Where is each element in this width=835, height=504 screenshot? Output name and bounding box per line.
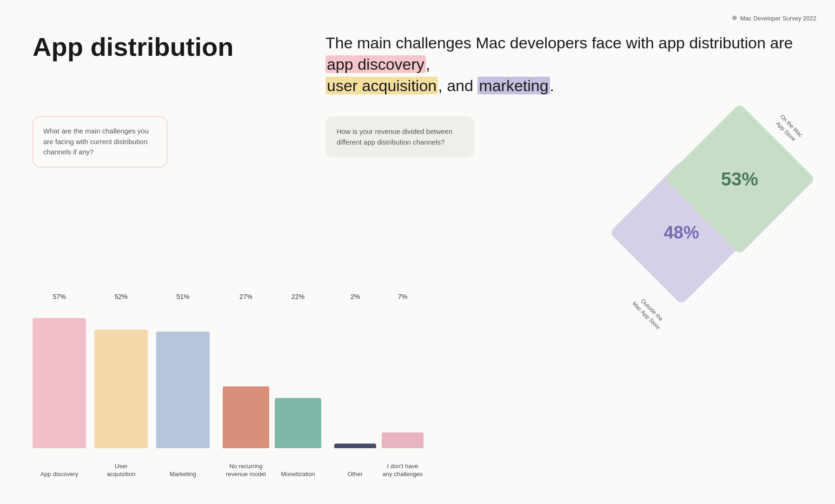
- bar-label-3: No recurringrevenue model: [220, 462, 272, 478]
- bar-label-2: Marketing: [154, 470, 212, 478]
- diamond-chart: 48% 53% On the Mac App Store Outside the…: [616, 116, 812, 325]
- bar-rect-0: [33, 318, 86, 448]
- diamond-mac-store-pct: 53%: [721, 169, 758, 190]
- bar-group-5: 2%Other: [334, 304, 376, 448]
- headline-suffix: .: [550, 77, 554, 94]
- headline-mid1: ,: [426, 55, 430, 73]
- diamond-mac-store-inner: 53%: [721, 169, 758, 190]
- bar-rect-3: [223, 386, 269, 448]
- bar-chart: 57%App discovery52%Useracquisition51%Mar…: [33, 290, 437, 448]
- headline-text: The main challenges Mac developers face …: [325, 33, 807, 97]
- logo-icon: ❖: [731, 14, 737, 22]
- diamond-outside-inner: 48%: [664, 223, 699, 243]
- highlight-app-discovery: app discovery: [325, 55, 426, 73]
- bar-pct-3: 27%: [239, 293, 252, 300]
- bar-group-4: 22%Monetization: [275, 304, 321, 448]
- bar-rect-1: [94, 330, 148, 448]
- bar-pct-2: 51%: [176, 293, 189, 300]
- bar-label-5: Other: [332, 470, 378, 478]
- survey-title: Mac Developer Survey 2022: [740, 15, 816, 22]
- bar-pct-0: 57%: [53, 293, 66, 300]
- bar-rect-4: [275, 398, 321, 448]
- header: ❖ Mac Developer Survey 2022: [731, 14, 816, 22]
- headline-mid2: , and: [438, 77, 477, 94]
- bar-pct-4: 22%: [292, 293, 305, 300]
- bar-rect-6: [382, 432, 424, 448]
- bar-group-0: 57%App discovery: [33, 304, 86, 448]
- bar-label-4: Monetization: [272, 470, 324, 478]
- bar-rect-2: [156, 332, 210, 448]
- bar-rect-5: [334, 444, 376, 448]
- highlight-marketing: marketing: [477, 77, 550, 94]
- bar-pct-6: 7%: [398, 293, 407, 300]
- bar-pct-5: 2%: [351, 293, 360, 300]
- bar-pct-1: 52%: [114, 293, 127, 300]
- bar-group-3: 27%No recurringrevenue model: [223, 304, 269, 448]
- page-title: App distribution: [33, 33, 233, 61]
- question-bubble-right: How is your revenue divided between diff…: [325, 116, 474, 158]
- headline-prefix: The main challenges Mac developers face …: [325, 34, 793, 52]
- bar-label-6: I don't haveany challenges: [379, 462, 426, 478]
- label-outside-app-store: Outside the Mac App Store: [630, 294, 668, 332]
- highlight-user-acquisition: user acquisition: [325, 77, 438, 94]
- diamond-outside-pct: 48%: [664, 223, 699, 243]
- bar-group-6: 7%I don't haveany challenges: [382, 304, 424, 448]
- bar-label-1: Useracquisition: [92, 462, 150, 478]
- question-bubble-left: What are the main challenges you are fac…: [33, 116, 167, 167]
- bar-label-0: App discovery: [30, 470, 88, 478]
- bar-group-2: 51%Marketing: [156, 304, 210, 448]
- question-right-text: How is your revenue divided between diff…: [337, 127, 452, 146]
- bar-group-1: 52%Useracquisition: [94, 304, 148, 448]
- question-left-text: What are the main challenges you are fac…: [43, 127, 149, 156]
